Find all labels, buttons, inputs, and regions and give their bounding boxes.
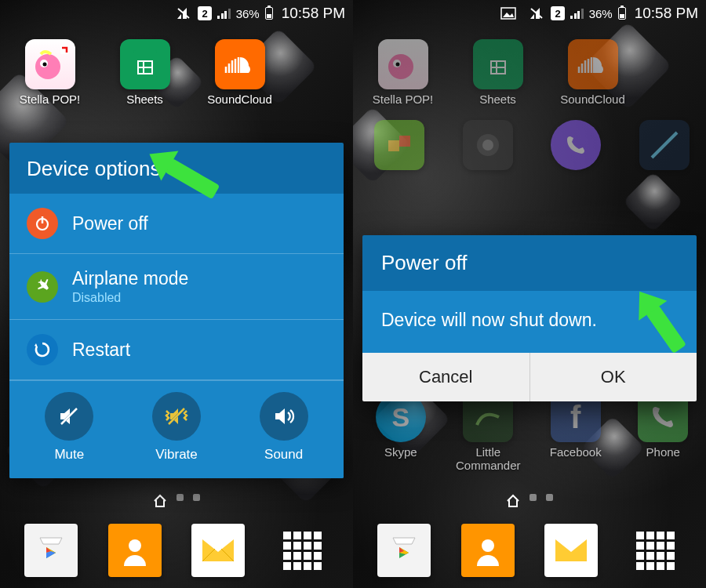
dock-mail[interactable] <box>544 524 598 577</box>
dock <box>353 524 706 577</box>
svg-rect-23 <box>304 542 311 550</box>
svg-rect-32 <box>314 562 322 570</box>
svg-rect-21 <box>283 542 291 550</box>
mute-button[interactable]: Mute <box>45 392 93 463</box>
svg-rect-49 <box>646 532 654 539</box>
svg-rect-26 <box>293 552 301 560</box>
clock: 10:58 PM <box>635 5 698 22</box>
battery-icon <box>618 7 626 20</box>
svg-point-15 <box>129 539 141 552</box>
svg-point-3 <box>42 63 46 67</box>
dock-mail[interactable] <box>191 524 245 577</box>
dock-playstore[interactable] <box>377 524 431 577</box>
option-label: Restart <box>72 339 130 361</box>
app-label: Stella POP! <box>373 93 434 106</box>
svg-rect-20 <box>314 532 322 539</box>
svg-rect-61 <box>646 562 654 570</box>
app-sheets[interactable]: Sheets <box>460 39 535 106</box>
svg-rect-59 <box>667 552 675 560</box>
vibrate-button[interactable]: Vibrate <box>152 392 201 463</box>
svg-rect-48 <box>636 532 644 539</box>
dock-playstore[interactable] <box>24 524 78 577</box>
no-signal-icon <box>176 7 192 20</box>
svg-line-45 <box>652 132 677 158</box>
app-phone[interactable]: Phone <box>625 392 702 472</box>
status-bar: 2 36% 10:58 PM <box>0 0 353 27</box>
svg-rect-22 <box>293 542 301 550</box>
no-signal-icon <box>530 7 545 20</box>
svg-rect-29 <box>283 562 291 570</box>
app-viber[interactable] <box>542 120 610 170</box>
svg-point-44 <box>482 140 493 151</box>
confirm-actions: Cancel OK <box>362 353 697 401</box>
battery-pct: 36% <box>589 7 613 20</box>
app-little-commander[interactable]: Little Commander <box>450 392 527 472</box>
confirm-title: Power off <box>362 235 697 291</box>
battery-icon <box>265 7 273 20</box>
app-soundcloud[interactable]: SoundCloud <box>202 39 277 106</box>
sound-icon <box>260 392 308 441</box>
app-stella[interactable]: Stella POP! <box>366 39 440 106</box>
phone-right: 2 36% 10:58 PM Stella POP! Sheets SoundC… <box>353 0 706 588</box>
svg-rect-42 <box>399 136 410 147</box>
svg-rect-60 <box>636 562 644 570</box>
screenshot-icon <box>500 7 516 20</box>
app-skype[interactable]: S Skype <box>362 392 439 472</box>
app-label: SoundCloud <box>207 93 272 106</box>
app-photo[interactable] <box>631 120 699 170</box>
cancel-button[interactable]: Cancel <box>362 353 530 401</box>
poweroff-confirm-dialog: Power off Device will now shut down. Can… <box>362 235 697 401</box>
app-label2: Commander <box>456 459 521 472</box>
svg-rect-63 <box>667 562 675 570</box>
app-sheets[interactable]: Sheets <box>107 39 182 106</box>
sound-button[interactable]: Sound <box>260 392 308 463</box>
svg-point-35 <box>388 54 413 79</box>
signal-icon <box>217 8 231 19</box>
device-options-dialog: Device options Power off Airplane mode D… <box>9 143 344 478</box>
dock-contacts[interactable] <box>108 524 162 577</box>
svg-rect-62 <box>657 562 664 570</box>
page-indicator[interactable] <box>353 494 706 508</box>
app-stella[interactable]: Stella POP! <box>13 39 87 106</box>
app-label: Facebook <box>550 445 602 459</box>
dock-apps[interactable] <box>275 524 329 577</box>
status-bar: 2 36% 10:58 PM <box>353 0 706 27</box>
svg-rect-18 <box>293 532 301 539</box>
option-label: Airplane mode <box>72 268 188 289</box>
mute-icon <box>45 392 93 441</box>
dock-apps[interactable] <box>628 524 682 577</box>
app-soundcloud[interactable]: SoundCloud <box>555 39 630 106</box>
app-label: SoundCloud <box>560 93 625 106</box>
option-power-off[interactable]: Power off <box>9 194 344 254</box>
home-icon <box>506 494 520 508</box>
svg-rect-30 <box>293 562 301 570</box>
svg-rect-51 <box>667 532 675 539</box>
airplane-icon <box>27 271 58 303</box>
svg-rect-58 <box>657 552 664 560</box>
svg-rect-19 <box>304 532 311 539</box>
svg-rect-55 <box>667 542 675 550</box>
vibrate-icon <box>152 392 201 441</box>
ok-button[interactable]: OK <box>530 353 697 401</box>
battery-pct: 36% <box>236 7 260 20</box>
home-screen-icons: Stella POP! Sheets SoundCloud <box>353 39 706 170</box>
option-restart[interactable]: Restart <box>9 320 344 380</box>
svg-rect-4 <box>60 45 69 54</box>
page-indicator[interactable] <box>0 494 353 508</box>
home-icon <box>153 494 167 508</box>
sound-mode-row: Mute Vibrate Sound <box>9 380 344 478</box>
mute-label: Mute <box>54 447 84 463</box>
option-airplane[interactable]: Airplane mode Disabled <box>9 254 344 320</box>
option-label: Power off <box>72 213 148 234</box>
app-facebook[interactable]: f Facebook <box>537 392 614 472</box>
app-game[interactable] <box>366 120 434 170</box>
svg-point-37 <box>395 63 399 67</box>
svg-rect-57 <box>646 552 654 560</box>
dock-contacts[interactable] <box>461 524 515 577</box>
signal-icon <box>570 8 584 19</box>
svg-rect-52 <box>636 542 644 550</box>
app-game2[interactable] <box>454 120 522 170</box>
option-sub: Disabled <box>72 291 188 305</box>
restart-icon <box>27 334 58 365</box>
svg-rect-25 <box>283 552 291 560</box>
